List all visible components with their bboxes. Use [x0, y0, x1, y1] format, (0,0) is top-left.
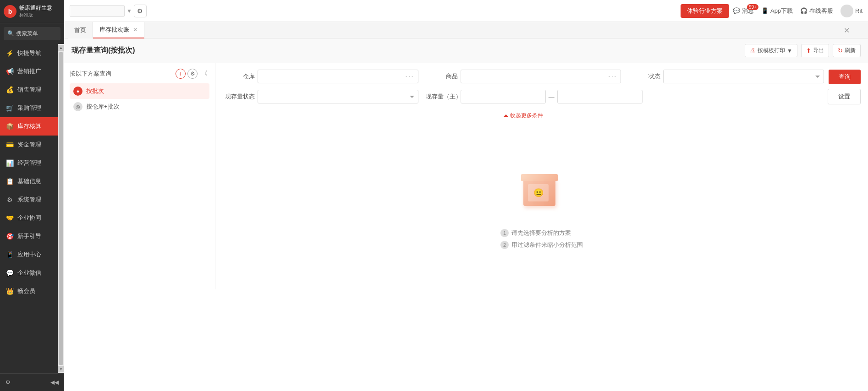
marketing-icon: 📢 [5, 67, 14, 76]
scroll-thumb[interactable] [59, 52, 63, 365]
quantity-to-input[interactable] [557, 90, 643, 103]
headset-icon: 🎧 [800, 7, 808, 14]
breadcrumb-input[interactable] [70, 5, 125, 17]
online-service-button[interactable]: 🎧 在线客服 [800, 7, 833, 15]
sidebar-item-operations[interactable]: 📊 经营管理 [0, 154, 58, 172]
page-title: 现存量查询(按批次) [71, 46, 135, 55]
page-actions: 🖨 按模板打印 ▼ ⬆ 导出 ↻ 刷新 [745, 44, 861, 57]
status-select[interactable] [663, 70, 824, 83]
status-label: 状态 [628, 72, 660, 81]
tab-batch[interactable]: 库存批次账 ✕ [93, 22, 144, 38]
filter-item-by-batch[interactable]: ● 按批次 [70, 83, 209, 99]
sidebar-item-marketing[interactable]: 📢 营销推广 [0, 62, 58, 81]
inventory-status-select[interactable] [258, 90, 418, 103]
hint-num-2: 2 [500, 241, 509, 249]
sidebar-scrollbar[interactable]: ▲ ▼ [58, 44, 64, 373]
finance-icon: 💳 [5, 141, 14, 149]
breadcrumb-arrow-icon: ▼ [126, 8, 132, 14]
sidebar-item-label-wechat: 企业微信 [17, 269, 41, 277]
tab-batch-close[interactable]: ✕ [133, 27, 137, 33]
system-icon: ⚙ [5, 196, 14, 204]
filter-setting-button[interactable]: ⚙ [187, 69, 198, 79]
empty-illustration: 😐 [514, 165, 569, 220]
quantity-range: — [461, 90, 643, 103]
sidebar-item-label-enterprise: 企业协同 [17, 214, 41, 222]
sidebar-item-label-sales: 销售管理 [17, 86, 41, 94]
user-avatar [841, 5, 853, 17]
newguide-icon: 🎯 [5, 232, 14, 240]
trial-button[interactable]: 体验行业方案 [681, 4, 729, 18]
settings-button[interactable]: 设置 [828, 89, 861, 104]
warehouse-label: 仓库 [223, 72, 255, 81]
filter-sidebar-header: 按以下方案查询 + ⚙ 《 [70, 69, 209, 79]
sidebar-item-appcenter[interactable]: 📱 应用中心 [0, 245, 58, 264]
company-info: 畅康通好生意 标准版 [19, 5, 52, 18]
sidebar-header: b 畅康通好生意 标准版 [0, 0, 64, 23]
empty-state: 😐 1 请先选择要分析的方案 2 用过滤条件来缩小分析范围 [215, 128, 868, 289]
filter-group-status: 状态 [628, 70, 824, 83]
basic-icon: 📋 [5, 177, 14, 185]
hint-text-1: 请先选择要分析的方案 [511, 229, 571, 237]
sidebar-item-inventory[interactable]: 📦 库存核算 [0, 117, 58, 136]
sidebar-item-sales[interactable]: 💰 销售管理 [0, 81, 58, 99]
sidebar-logo: b 畅康通好生意 标准版 [4, 5, 60, 18]
box-face: 😐 [528, 184, 549, 201]
filter-row-1: 仓库 ··· 商品 ··· [223, 70, 824, 83]
messages-button[interactable]: 💬 消息 99+ [733, 7, 754, 15]
refresh-button[interactable]: ↻ 刷新 [833, 44, 861, 57]
main-content: 现存量查询(按批次) 🖨 按模板打印 ▼ ⬆ 导出 ↻ 刷新 [64, 38, 868, 391]
print-button[interactable]: 🖨 按模板打印 ▼ [745, 44, 797, 57]
sidebar-item-shortcut[interactable]: ⚡ 快捷导航 [0, 44, 58, 62]
topbar-right: 💬 消息 99+ 📱 App下载 🎧 在线客服 Rit [733, 5, 863, 17]
settings-icon: ⚙ [5, 379, 11, 386]
query-settings-area: 查询 设置 [828, 70, 861, 104]
sidebar-item-label-basic: 基础信息 [17, 177, 41, 185]
tab-close-right-icon[interactable]: ✕ [844, 26, 850, 34]
scroll-down-arrow[interactable]: ▼ [58, 366, 64, 372]
collapse-more-button[interactable]: 收起更多条件 [223, 110, 824, 121]
filter-add-button[interactable]: + [176, 69, 186, 79]
box-lid [521, 174, 558, 181]
export-button[interactable]: ⬆ 导出 [801, 44, 829, 57]
settings-footer-button[interactable]: ⚙ [4, 377, 12, 387]
hint-num-1: 1 [500, 229, 509, 237]
collapse-icon: ◀◀ [50, 379, 59, 386]
filter-collapse-button[interactable]: 《 [199, 69, 209, 79]
enterprise-icon: 🤝 [5, 214, 14, 222]
sidebar-item-wechat[interactable]: 💬 企业微信 [0, 264, 58, 282]
tab-home-label: 首页 [74, 26, 86, 34]
quantity-from-input[interactable] [461, 90, 546, 103]
filter-item-by-warehouse-batch[interactable]: ◎ 按仓库+批次 [70, 99, 209, 114]
phone-icon: 📱 [761, 7, 769, 14]
product-input[interactable]: ··· [461, 70, 621, 83]
sidebar-item-finance[interactable]: 💳 资金管理 [0, 136, 58, 154]
filter-group-quantity: 现存量（主） — [426, 90, 621, 103]
hint-text-2: 用过滤条件来缩小分析范围 [511, 241, 583, 249]
inventory-status-dropdown-icon [410, 96, 414, 98]
topbar: ▼ ⚙ 体验行业方案 💬 消息 99+ 📱 App下载 🎧 在线客服 Rit [64, 0, 868, 22]
sidebar-item-label-shortcut: 快捷导航 [17, 49, 41, 57]
user-menu-button[interactable]: Rit [841, 5, 863, 17]
sidebar-item-newguide[interactable]: 🎯 新手引导 [0, 227, 58, 245]
member-icon: 👑 [5, 287, 14, 295]
filter-item-icon-warehouse: ◎ [73, 102, 82, 111]
search-menu-button[interactable]: 🔍 搜索菜单 [4, 27, 60, 40]
collapse-sidebar-button[interactable]: ◀◀ [49, 377, 60, 387]
sidebar-item-system[interactable]: ⚙ 系统管理 [0, 190, 58, 209]
message-icon: 💬 [733, 7, 740, 14]
tab-home[interactable]: 首页 [68, 22, 93, 38]
topbar-gear-button[interactable]: ⚙ [134, 5, 147, 17]
app-download-button[interactable]: 📱 App下载 [761, 7, 793, 15]
warehouse-input[interactable]: ··· [258, 70, 418, 83]
range-separator: — [549, 93, 555, 100]
sidebar-item-enterprise[interactable]: 🤝 企业协同 [0, 209, 58, 227]
version-label: 标准版 [19, 12, 52, 18]
sidebar-item-purchase[interactable]: 🛒 采购管理 [0, 99, 58, 117]
filter-group-product: 商品 ··· [426, 70, 621, 83]
sidebar-item-basic[interactable]: 📋 基础信息 [0, 172, 58, 190]
sidebar-item-member[interactable]: 👑 畅会员 [0, 282, 58, 300]
sidebar-item-label-newguide: 新手引导 [17, 232, 41, 240]
scroll-up-arrow[interactable]: ▲ [58, 45, 64, 51]
empty-hint-1: 1 请先选择要分析的方案 [500, 229, 583, 237]
query-button[interactable]: 查询 [829, 70, 861, 84]
